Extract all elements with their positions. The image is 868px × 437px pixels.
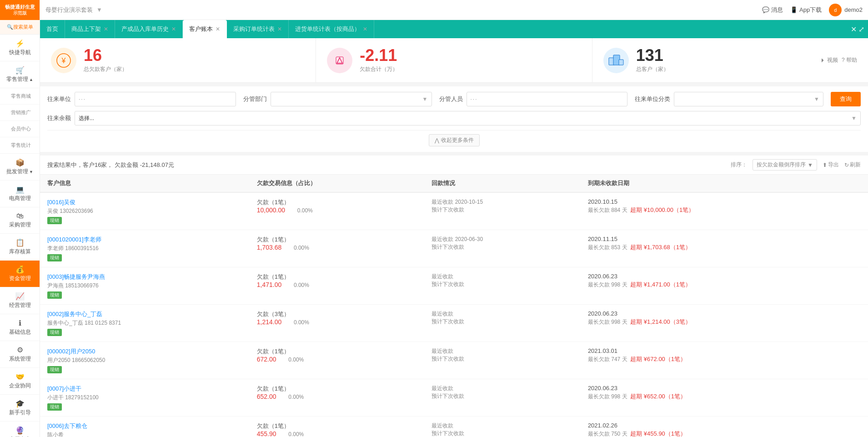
customer-name-link-4[interactable]: [000002]用户2050: [47, 348, 95, 355]
management-icon: 📈: [15, 292, 25, 301]
message-button[interactable]: 💬 消息: [762, 6, 783, 14]
cell-debt-1: 欠款（1笔） 1,703.68 0.00%: [250, 230, 425, 267]
close-purchase-stats[interactable]: ✕: [277, 26, 282, 32]
overdue-date-2: 2020.06.23: [588, 273, 861, 280]
purchase-icon: 🛍: [16, 212, 24, 220]
table-row: [0016]吴俊 吴俊 13026203696 现销 欠款（1笔） 10,000…: [40, 192, 868, 230]
customer-tag-2: 现销: [47, 291, 62, 299]
tab-purchase-stats[interactable]: 采购订单统计表 ✕: [227, 20, 289, 38]
unit-filter-input[interactable]: ···: [75, 92, 236, 106]
customer-name-link-5[interactable]: [0007]小进干: [47, 385, 81, 392]
close-stock-history[interactable]: ✕: [171, 26, 176, 32]
overdue-amount-link-6[interactable]: 超期 ¥455.90（1笔）: [630, 430, 686, 437]
overdue-amount-link-1[interactable]: 超期 ¥1,703.68（1笔）: [630, 244, 691, 251]
customer-name-link-0[interactable]: [0016]吴俊: [47, 199, 75, 206]
sidebar-item-retail[interactable]: 🛒 零售管理 ▲: [0, 61, 40, 88]
sidebar-item-appcenter[interactable]: 🔮 应用中心: [0, 422, 40, 437]
debt-pct-4: 0.00%: [288, 357, 304, 363]
table-row: [0003]畅捷服务尹海燕 尹海燕 18513066976 现销 欠款（1笔） …: [40, 267, 868, 305]
cell-debt-5: 欠款（1笔） 652.00 0.00%: [250, 379, 425, 417]
next-collection-3: 预计下次收款: [431, 318, 573, 326]
tab-stock-history[interactable]: 产成品入库单历史 ✕: [115, 20, 183, 38]
sidebar-item-member[interactable]: 会员中心: [0, 121, 40, 137]
sidebar-item-ecommerce[interactable]: 💻 电商管理: [0, 181, 40, 207]
app-logo: 畅捷通好生意示范版: [0, 0, 40, 20]
industry-selector[interactable]: 母婴行业演示套装 ▼: [45, 6, 102, 14]
latest-collection-1: 最近收款 2020-06-30: [431, 236, 573, 243]
sidebar-item-retailstat[interactable]: 零售统计: [0, 137, 40, 154]
balance-filter-select[interactable]: 选择... ▼: [75, 111, 861, 126]
cell-overdue-3: 2020.06.23 最长欠款 998 天 超期 ¥1,214.00（3笔）: [581, 305, 868, 342]
debt-pct-1: 0.00%: [294, 245, 309, 251]
cell-customer-2: [0003]畅捷服务尹海燕 尹海燕 18513066976 现销: [40, 267, 250, 305]
person-filter-input[interactable]: ···: [467, 92, 628, 106]
customer-name-link-6[interactable]: [0006]去下粮仓: [47, 422, 87, 429]
export-icon: ⬆: [823, 162, 827, 168]
quicknav-icon: ⚡: [15, 39, 25, 48]
sidebar-item-finance[interactable]: 💰 资金管理: [0, 261, 40, 287]
newbie-icon: 🎓: [15, 399, 25, 408]
close-product-listing[interactable]: ✕: [104, 26, 108, 32]
customer-name-link-3[interactable]: [0002]服务中心_丁磊: [47, 311, 102, 317]
sidebar-item-basicinfo[interactable]: ℹ 基础信息: [0, 314, 40, 341]
sidebar-item-basicinfo-label: 基础信息: [9, 328, 31, 336]
next-collection-4: 预计下次收款: [431, 355, 573, 363]
sidebar-search[interactable]: 🔍 搜索菜单: [0, 20, 40, 35]
video-button[interactable]: ⏵ 视频: [820, 56, 838, 64]
sidebar-item-collab-label: 企业协同: [9, 382, 31, 390]
tab-inbound-stats[interactable]: 进货单统计表（按商品） ✕: [289, 20, 374, 38]
sidebar-item-wholesale[interactable]: 📦 批发管理 ▼: [0, 154, 40, 181]
dept-filter-select[interactable]: ▼: [271, 92, 432, 106]
close-customer-ledger[interactable]: ✕: [216, 26, 220, 32]
sidebar-nav: ⚡ 快捷导航 🛒 零售管理 ▲ 零售商城 营销推广 会员中心 零售统计 📦 批发…: [0, 35, 40, 437]
sidebar-item-marketing[interactable]: 营销推广: [0, 105, 40, 121]
sidebar-item-newbie[interactable]: 🎓 新手引导: [0, 395, 40, 422]
collapse-button[interactable]: ⋀ 收起更多条件: [429, 134, 480, 146]
sidebar-item-inventory[interactable]: 📋 库存核算: [0, 234, 40, 261]
sidebar: 畅捷通好生意示范版 🔍 搜索菜单 ⚡ 快捷导航 🛒 零售管理 ▲ 零售商城 营销…: [0, 0, 40, 437]
tab-product-listing[interactable]: 商品上下架 ✕: [65, 20, 115, 38]
overdue-amount-link-3[interactable]: 超期 ¥1,214.00（3笔）: [630, 318, 691, 325]
sort-select[interactable]: 按欠款金额倒序排序 ▼: [753, 159, 817, 171]
search-button[interactable]: 查询: [831, 92, 861, 106]
filter-group-dept: 分管部门 ▼: [243, 92, 432, 106]
sidebar-item-system[interactable]: ⚙ 系统管理: [0, 341, 40, 368]
overdue-amount-link-5[interactable]: 超期 ¥652.00（1笔）: [630, 393, 686, 400]
stat-card-overdue-customers: ¥ 16 总欠款客户（家）: [40, 38, 316, 82]
sidebar-item-ecommerce-label: 电商管理: [9, 195, 31, 202]
category-chevron-icon: ▼: [814, 96, 819, 102]
customer-name-link-1[interactable]: [0001020001]李老师: [47, 236, 101, 243]
export-button[interactable]: ⬆ 导出: [823, 161, 839, 169]
sidebar-item-collab[interactable]: 🤝 企业协同: [0, 368, 40, 395]
retailstat-label: 零售统计: [11, 142, 31, 149]
sidebar-item-quicknav[interactable]: ⚡ 快捷导航: [0, 35, 40, 61]
basicinfo-icon: ℹ: [19, 319, 21, 327]
overdue-amount-link-4[interactable]: 超期 ¥672.00（1笔）: [630, 356, 686, 362]
user-profile[interactable]: d demo2: [829, 4, 863, 16]
sort-chevron-icon: ▼: [808, 162, 813, 168]
customer-name-link-2[interactable]: [0003]畅捷服务尹海燕: [47, 273, 105, 280]
overdue-amount-link-2[interactable]: 超期 ¥1,471.00（1笔）: [630, 281, 691, 288]
help-button[interactable]: ? 帮助: [842, 56, 857, 64]
tab-home[interactable]: 首页: [40, 20, 65, 38]
app-download-button[interactable]: 📱 App下载: [790, 6, 822, 14]
category-filter-select[interactable]: ▼: [674, 92, 823, 106]
table-row: [0001020001]李老师 李老师 18600391516 现销 欠款（1笔…: [40, 230, 868, 267]
maximize-tab[interactable]: ⤢: [858, 25, 864, 34]
tab-customer-ledger[interactable]: 客户账本 ✕: [183, 20, 227, 38]
overdue-amount-link-0[interactable]: 超期 ¥10,000.00（1笔）: [630, 206, 694, 213]
search-label: 搜索菜单: [13, 24, 33, 30]
customer-sub-6: 陈小希: [47, 431, 242, 437]
close-all-tabs[interactable]: ✕: [851, 25, 857, 34]
close-inbound-stats[interactable]: ✕: [363, 26, 367, 32]
refresh-button[interactable]: ↻ 刷新: [844, 161, 861, 169]
overdue-days-2: 最长欠款 998 天 超期 ¥1,471.00（1笔）: [588, 281, 861, 289]
sidebar-item-retailshop[interactable]: 零售商城: [0, 88, 40, 105]
sidebar-item-system-label: 系统管理: [9, 355, 31, 363]
total-debt-number: -2.11: [360, 47, 398, 64]
sidebar-item-purchase[interactable]: 🛍 采购管理: [0, 207, 40, 234]
member-label: 会员中心: [11, 126, 31, 132]
result-amount: 欠款金额 -21,148.07元: [115, 161, 174, 168]
sidebar-item-management[interactable]: 📈 经营管理: [0, 287, 40, 314]
table-row: [0006]去下粮仓 陈小希 现销 欠款（1笔） 455.90 0.00% 最近…: [40, 417, 868, 437]
